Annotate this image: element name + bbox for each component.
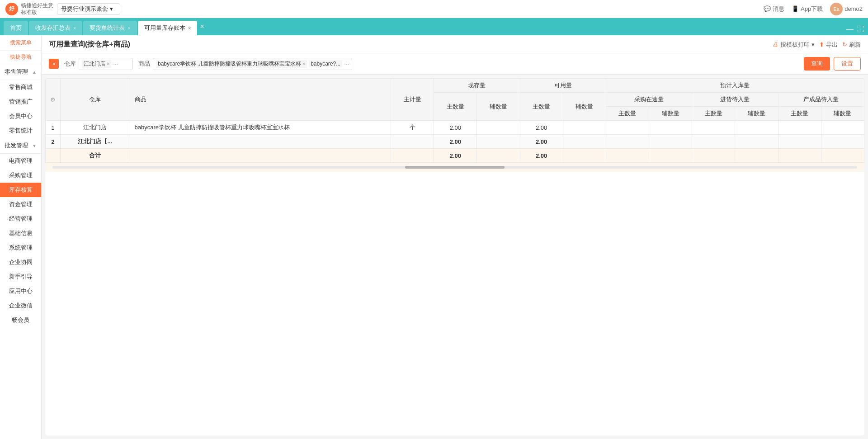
remove-warehouse-tag[interactable]: × bbox=[107, 61, 109, 66]
message-btn[interactable]: 💬 消息 bbox=[764, 5, 784, 13]
gear-icon[interactable]: ⚙ bbox=[50, 96, 56, 103]
print-btn[interactable]: 🖨 按模板打印 ▾ bbox=[773, 41, 815, 49]
cell-pending-main bbox=[692, 121, 735, 135]
cell-prod-aux bbox=[821, 135, 864, 149]
sidebar-item-ecommerce[interactable]: 电商管理 bbox=[0, 154, 41, 168]
col-stock-header: 现存量 bbox=[434, 79, 520, 93]
sidebar-item-retail-management[interactable]: 零售管理 ▲ bbox=[0, 64, 41, 80]
cell-pending-main bbox=[692, 135, 735, 149]
sidebar-section-wholesale: 批发管理 ▼ bbox=[0, 138, 41, 154]
col-purchase-main: 主数量 bbox=[606, 107, 649, 121]
cell-product: babycare学饮杯 儿童防摔防撞吸管杯重力球吸嘴杯宝宝水杯 bbox=[130, 121, 391, 135]
tab-requisition[interactable]: 要货单统计表 × bbox=[83, 21, 137, 35]
sidebar-item-member[interactable]: 畅会员 bbox=[0, 313, 41, 327]
print-icon: 🖨 bbox=[773, 41, 778, 48]
filter-expand-btn[interactable]: » bbox=[49, 59, 59, 69]
page-actions: 🖨 按模板打印 ▾ ⬆ 导出 ↻ 刷新 bbox=[773, 41, 861, 49]
warehouse-filter: 仓库 江北门店 × ··· bbox=[64, 58, 133, 70]
warehouse-tag: 江北门店 × bbox=[82, 60, 111, 68]
close-all-tabs[interactable]: × bbox=[200, 23, 204, 31]
cell-prod-main bbox=[778, 135, 821, 149]
cell-rownum: 1 bbox=[46, 121, 61, 135]
cell-avail-aux bbox=[563, 121, 606, 135]
query-button[interactable]: 查询 bbox=[804, 57, 830, 71]
sidebar: 搜索菜单 快捷导航 零售管理 ▲ 零售商城 营销推广 会员中心 零售统计 批发管… bbox=[0, 35, 42, 439]
col-settings[interactable]: ⚙ bbox=[46, 79, 61, 121]
data-table: ⚙ 仓库 商品 主计量 现存量 可用量 预计入库量 主数量 辅数量 主数量 辅数… bbox=[45, 78, 864, 163]
sidebar-item-purchase[interactable]: 采购管理 bbox=[0, 168, 41, 183]
sidebar-item-wholesale-management[interactable]: 批发管理 ▼ bbox=[0, 138, 41, 153]
refresh-btn[interactable]: ↻ 刷新 bbox=[842, 41, 861, 49]
cell-warehouse: 江北门店 bbox=[61, 121, 130, 135]
footer-avail-main: 2.00 bbox=[520, 149, 563, 163]
cell-stock-main: 2.00 bbox=[434, 121, 477, 135]
cell-unit: 个 bbox=[391, 121, 434, 135]
col-purchase-aux: 辅数量 bbox=[649, 107, 692, 121]
warehouse-more-icon[interactable]: ··· bbox=[113, 61, 118, 67]
col-avail-aux: 辅数量 bbox=[563, 93, 606, 121]
industry-selector[interactable]: 母婴行业演示账套 ▾ bbox=[57, 3, 120, 15]
logo-area: 好 畅捷通好生意 标准版 bbox=[5, 2, 53, 15]
sidebar-item-retail-stats[interactable]: 零售统计 bbox=[0, 123, 41, 138]
sidebar-item-new-guide[interactable]: 新手引导 bbox=[0, 269, 41, 284]
sidebar-item-enterprise-collab[interactable]: 企业协同 bbox=[0, 255, 41, 269]
cell-pending-aux bbox=[735, 135, 778, 149]
cell-avail-main: 2.00 bbox=[520, 135, 563, 149]
col-stock-main: 主数量 bbox=[434, 93, 477, 121]
sidebar-item-basic-info[interactable]: 基础信息 bbox=[0, 226, 41, 241]
close-tab-available-inventory[interactable]: × bbox=[188, 25, 191, 31]
sidebar-item-enterprise-wechat[interactable]: 企业微信 bbox=[0, 298, 41, 313]
cell-avail-aux bbox=[563, 135, 606, 149]
warehouse-input[interactable]: 江北门店 × ··· bbox=[79, 58, 133, 70]
settings-button[interactable]: 设置 bbox=[834, 57, 861, 71]
cell-prod-aux bbox=[821, 121, 864, 135]
tab-summary[interactable]: 收发存汇总表 × bbox=[29, 21, 82, 35]
table-footer-row: 合计 2.00 2.00 bbox=[46, 149, 864, 163]
cell-stock-aux bbox=[477, 135, 520, 149]
main-layout: 搜索菜单 快捷导航 零售管理 ▲ 零售商城 营销推广 会员中心 零售统计 批发管… bbox=[0, 35, 868, 439]
cell-purchase-aux bbox=[649, 135, 692, 149]
filter-bar: » 仓库 江北门店 × ··· 商品 babycare学饮杯 儿童防摔防撞吸管杯… bbox=[42, 53, 868, 75]
product-more-icon[interactable]: ··· bbox=[344, 61, 349, 67]
nav-tabs: 首页 收发存汇总表 × 要货单统计表 × 可用量库存账本 × × — ⛶ bbox=[0, 18, 868, 35]
sidebar-item-retail-store[interactable]: 零售商城 bbox=[0, 80, 41, 94]
col-prod-aux: 辅数量 bbox=[821, 107, 864, 121]
cell-avail-main: 2.00 bbox=[520, 121, 563, 135]
minimize-icon[interactable]: — bbox=[846, 25, 854, 33]
cell-purchase-main bbox=[606, 135, 649, 149]
sidebar-item-finance[interactable]: 资金管理 bbox=[0, 197, 41, 212]
product-input[interactable]: babycare学饮杯 儿童防摔防撞吸管杯重力球吸嘴杯宝宝水杯 × babyca… bbox=[153, 58, 352, 70]
export-btn[interactable]: ⬆ 导出 bbox=[819, 41, 838, 49]
sidebar-item-inventory[interactable]: 库存核算 bbox=[0, 183, 41, 197]
col-prod-main: 主数量 bbox=[778, 107, 821, 121]
filter-actions: 查询 设置 bbox=[804, 57, 861, 71]
product-filter: 商品 babycare学饮杯 儿童防摔防撞吸管杯重力球吸嘴杯宝宝水杯 × bab… bbox=[138, 58, 352, 70]
close-tab-requisition[interactable]: × bbox=[127, 25, 130, 31]
sidebar-item-marketing[interactable]: 营销推广 bbox=[0, 94, 41, 109]
cell-stock-main: 2.00 bbox=[434, 135, 477, 149]
maximize-icon[interactable]: ⛶ bbox=[857, 25, 864, 33]
col-available-header: 可用量 bbox=[520, 79, 606, 93]
logo-text: 畅捷通好生意 标准版 bbox=[21, 2, 53, 15]
footer-label: 合计 bbox=[61, 149, 130, 163]
top-bar-left: 好 畅捷通好生意 标准版 母婴行业演示账套 ▾ bbox=[5, 2, 120, 15]
close-tab-summary[interactable]: × bbox=[73, 25, 76, 31]
cell-purchase-main bbox=[606, 121, 649, 135]
sidebar-quick-nav[interactable]: 快捷导航 bbox=[0, 51, 41, 64]
sidebar-item-member-center[interactable]: 会员中心 bbox=[0, 109, 41, 123]
table-row: 2 江北门店【... 2.00 2.00 bbox=[46, 135, 864, 149]
page-header: 可用量查询(按仓库+商品) 🖨 按模板打印 ▾ ⬆ 导出 ↻ 刷新 bbox=[42, 35, 868, 53]
sidebar-item-operations[interactable]: 经营管理 bbox=[0, 212, 41, 226]
user-profile[interactable]: Ea demo2 bbox=[830, 3, 863, 15]
sidebar-item-system[interactable]: 系统管理 bbox=[0, 241, 41, 255]
cell-pending-aux bbox=[735, 121, 778, 135]
tab-available-inventory[interactable]: 可用量库存账本 × bbox=[138, 21, 197, 35]
sidebar-item-app-center[interactable]: 应用中心 bbox=[0, 284, 41, 298]
sidebar-search[interactable]: 搜索菜单 bbox=[0, 35, 41, 51]
tab-home[interactable]: 首页 bbox=[4, 21, 28, 35]
remove-product-tag-1[interactable]: × bbox=[302, 61, 305, 66]
phone-icon: 📱 bbox=[792, 5, 799, 12]
col-avail-main: 主数量 bbox=[520, 93, 563, 121]
footer-stock-main: 2.00 bbox=[434, 149, 477, 163]
app-download-btn[interactable]: 📱 App下载 bbox=[792, 5, 823, 13]
